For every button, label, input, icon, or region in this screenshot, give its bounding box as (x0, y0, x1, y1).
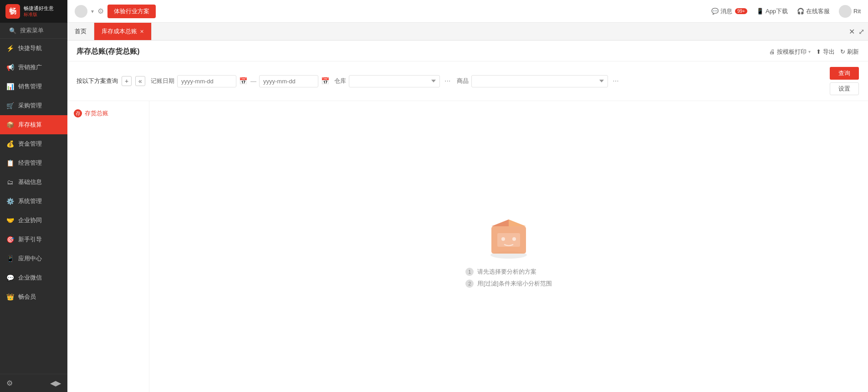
scheme-item-inventory-total[interactable]: 存 存货总账 (67, 106, 149, 121)
empty-svg (481, 206, 536, 260)
sidebar-item-purchase[interactable]: 🛒 采购管理 (0, 96, 67, 115)
filter-collapse-btn[interactable]: « (135, 76, 145, 86)
tab-close-icon[interactable]: ✕ (140, 29, 144, 35)
sidebar-item-label: 采购管理 (18, 102, 42, 110)
tab-home-label: 首页 (75, 27, 87, 36)
date-dash: — (250, 78, 256, 85)
calendar-start-icon[interactable]: 📅 (239, 77, 248, 85)
filter-area: 按以下方案查询 + « 记账日期 📅 — 📅 仓库 (67, 61, 868, 101)
filter-date-group: 记账日期 📅 — 📅 (151, 75, 330, 87)
sidebar-item-finance[interactable]: 💰 资金管理 (0, 134, 67, 153)
empty-text-area: 1 请先选择要分析的方案 2 用[过滤]条件来缩小分析范围 (465, 268, 551, 288)
export-icon: ⬆ (816, 48, 821, 55)
sidebar-item-app-center[interactable]: 📱 应用中心 (0, 249, 67, 268)
sidebar-item-label: 应用中心 (18, 255, 42, 263)
warehouse-label: 仓库 (334, 77, 346, 85)
sidebar-item-sales[interactable]: 📊 销售管理 (0, 77, 67, 96)
sidebar-item-basic[interactable]: 🗂 基础信息 (0, 173, 67, 192)
sidebar-search[interactable]: 🔍 搜索菜单 (0, 23, 67, 39)
online-support-btn[interactable]: 🎧 在线客服 (797, 7, 830, 15)
date-end-input[interactable] (259, 75, 318, 87)
newbie-icon: 🎯 (5, 235, 15, 244)
sidebar-item-label: 企业微信 (18, 274, 42, 282)
warehouse-select[interactable] (349, 75, 440, 87)
scheme-panel: 存 存货总账 (67, 101, 149, 392)
query-btn[interactable]: 查询 (830, 67, 859, 80)
calendar-end-icon[interactable]: 📅 (321, 77, 330, 85)
refresh-btn[interactable]: ↻ 刷新 (840, 48, 859, 56)
print-btn[interactable]: 🖨 按模板打印 ▾ (769, 48, 811, 56)
filter-warehouse-group: 仓库 ··· (334, 75, 452, 87)
empty-hint-2: 2 用[过滤]条件来缩小分析范围 (465, 280, 551, 288)
logo-icon: 畅 (5, 4, 20, 19)
sidebar-item-label: 系统管理 (18, 197, 42, 205)
finance-icon: 💰 (5, 139, 15, 148)
collapse-sidebar-icon[interactable]: ◀▶ (50, 379, 61, 387)
sidebar-item-weixin[interactable]: 💬 企业微信 (0, 268, 67, 287)
sidebar-nav: ⚡ 快捷导航 📢 营销推广 📊 销售管理 🛒 采购管理 📦 库存核算 💰 资金管… (0, 39, 67, 374)
filter-row: 记账日期 📅 — 📅 仓库 ··· (151, 75, 824, 87)
sidebar-item-enterprise[interactable]: 🤝 企业协同 (0, 211, 67, 230)
sidebar-item-label: 库存核算 (18, 121, 42, 129)
sidebar-item-newbie[interactable]: 🎯 新手引导 (0, 230, 67, 249)
tab-home[interactable]: 首页 (67, 23, 94, 40)
basic-icon: 🗂 (5, 178, 15, 187)
sidebar-item-marketing[interactable]: 📢 营销推广 (0, 58, 67, 77)
topbar-avatar (75, 5, 87, 18)
inventory-icon: 📦 (5, 120, 15, 129)
svg-rect-2 (497, 233, 520, 247)
date-label: 记账日期 (151, 77, 174, 85)
sidebar-item-system[interactable]: ⚙️ 系统管理 (0, 192, 67, 211)
date-start-input[interactable] (177, 75, 236, 87)
refresh-icon: ↻ (840, 48, 845, 55)
tabs-right: ✕ ⤢ (849, 27, 868, 36)
tabs-close-all-btn[interactable]: ✕ (849, 27, 855, 36)
sidebar: 畅 畅捷通好生意 标准版 🔍 搜索菜单 ⚡ 快捷导航 📢 营销推广 📊 销售管理… (0, 0, 67, 392)
tab-inventory-cost-label: 库存成本总账 (102, 27, 137, 36)
sidebar-item-inventory[interactable]: 📦 库存核算 (0, 115, 67, 134)
user-area[interactable]: Rit (839, 5, 861, 18)
search-icon: 🔍 (9, 27, 16, 34)
operation-icon: 📋 (5, 158, 15, 168)
topbar-dropdown-arrow[interactable]: ▾ (91, 8, 94, 15)
industry-btn[interactable]: 体验行业方案 (107, 5, 156, 18)
message-badge: 99+ (735, 8, 747, 14)
topbar-gear-icon[interactable]: ⚙ (97, 7, 104, 15)
page-header: 库存总账(存货总账) 🖨 按模板打印 ▾ ⬆ 导出 ↻ 刷新 (67, 41, 868, 61)
warehouse-more-icon[interactable]: ··· (443, 76, 452, 86)
sidebar-item-member[interactable]: 👑 畅会员 (0, 287, 67, 306)
member-icon: 👑 (5, 292, 15, 301)
purchase-icon: 🛒 (5, 101, 15, 110)
settings-icon[interactable]: ⚙ (6, 379, 13, 387)
sidebar-item-label: 资金管理 (18, 140, 42, 148)
message-icon: 💬 (711, 8, 719, 15)
message-btn[interactable]: 💬 消息 99+ (711, 7, 747, 15)
sales-icon: 📊 (5, 82, 15, 91)
page-panel: 库存总账(存货总账) 🖨 按模板打印 ▾ ⬆ 导出 ↻ 刷新 (67, 41, 868, 392)
enterprise-icon: 🤝 (5, 216, 15, 225)
goods-select[interactable] (471, 75, 608, 87)
export-btn[interactable]: ⬆ 导出 (816, 48, 835, 56)
app-logo: 畅 畅捷通好生意 标准版 (0, 0, 67, 23)
page-header-actions: 🖨 按模板打印 ▾ ⬆ 导出 ↻ 刷新 (769, 48, 859, 56)
empty-illustration (481, 206, 536, 260)
sidebar-item-operation[interactable]: 📋 经营管理 (0, 153, 67, 173)
logo-text: 畅捷通好生意 标准版 (24, 5, 54, 18)
settings-btn[interactable]: 设置 (830, 82, 859, 95)
print-dropdown-icon: ▾ (808, 49, 811, 54)
sidebar-item-label: 基础信息 (18, 178, 42, 186)
empty-hint-1: 1 请先选择要分析的方案 (465, 268, 551, 276)
tab-inventory-cost[interactable]: 库存成本总账 ✕ (94, 23, 152, 40)
filter-label: 按以下方案查询 + « (77, 76, 145, 86)
filter-add-btn[interactable]: + (122, 76, 132, 86)
marketing-icon: 📢 (5, 63, 15, 72)
sidebar-item-quick-nav[interactable]: ⚡ 快捷导航 (0, 39, 67, 58)
app-download-btn[interactable]: 📱 App下载 (756, 7, 788, 15)
sidebar-footer: ⚙ ◀▶ (0, 374, 67, 392)
tabs-expand-btn[interactable]: ⤢ (858, 27, 864, 36)
weixin-icon: 💬 (5, 273, 15, 282)
sidebar-item-label: 经营管理 (18, 159, 42, 167)
page-content: 库存总账(存货总账) 🖨 按模板打印 ▾ ⬆ 导出 ↻ 刷新 (67, 41, 868, 392)
system-icon: ⚙️ (5, 197, 15, 206)
goods-more-icon[interactable]: ··· (611, 76, 620, 86)
